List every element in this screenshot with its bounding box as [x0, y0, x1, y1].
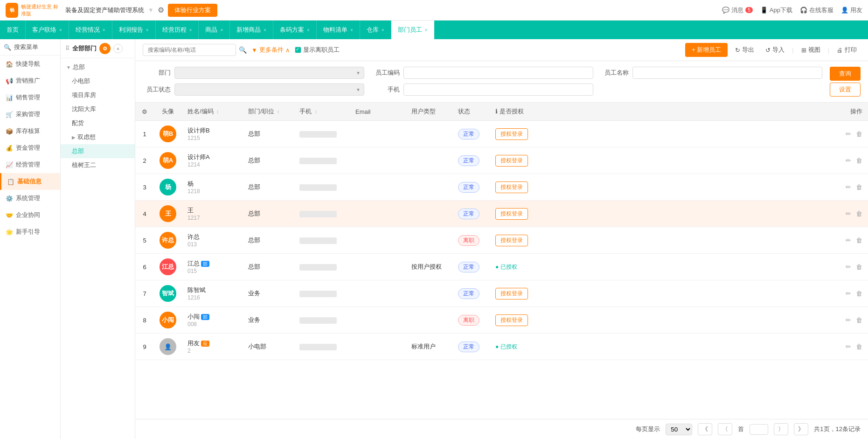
row-auth-cell[interactable]: 授权登录: [490, 227, 546, 254]
per-page-select[interactable]: 50 100: [666, 424, 692, 435]
row-dept-cell: 总部: [243, 121, 294, 147]
dept-settings-btn[interactable]: ⚙: [99, 43, 111, 54]
col-name-header[interactable]: 姓名/编码 ↕: [182, 103, 243, 121]
auth-login-btn[interactable]: 授权登录: [495, 288, 528, 300]
delete-btn[interactable]: 🗑: [856, 316, 862, 324]
sidebar-item-nav[interactable]: 🏠 快捷导航: [0, 56, 60, 72]
delete-btn[interactable]: 🗑: [856, 237, 862, 244]
edit-btn[interactable]: ✏: [846, 343, 851, 350]
col-settings[interactable]: ⚙: [135, 103, 154, 121]
delete-btn[interactable]: 🗑: [856, 183, 862, 191]
delete-btn[interactable]: 🗑: [856, 210, 862, 217]
view-btn[interactable]: ⊞ 视图: [798, 43, 824, 56]
sidebar-item-inventory[interactable]: 📦 库存核算: [0, 123, 60, 139]
sidebar-item-coop[interactable]: 🤝 企业协同: [0, 207, 60, 223]
dept-item-zswe[interactable]: 植树王二: [61, 158, 135, 172]
row-avatar-cell: 智斌: [154, 280, 182, 307]
tab-profit[interactable]: 利润报告 ×: [112, 21, 156, 39]
message-btn[interactable]: 💬 消息 5: [722, 6, 753, 14]
sidebar-item-system[interactable]: ⚙️ 系统管理: [0, 190, 60, 207]
tab-customer[interactable]: 客户联络 ×: [26, 21, 69, 39]
settings-icon[interactable]: ⚙: [158, 6, 164, 14]
tab-warehouse[interactable]: 仓库 ×: [360, 21, 391, 39]
app-download-btn[interactable]: 📱 App下载: [760, 6, 792, 14]
show-resigned-label[interactable]: 显示离职员工: [295, 46, 340, 54]
delete-btn[interactable]: 🗑: [856, 130, 862, 138]
first-page-btn[interactable]: 《: [698, 423, 712, 435]
sidebar-item-operation[interactable]: 📈 经营管理: [0, 156, 60, 173]
row-auth-cell[interactable]: 授权登录: [490, 147, 546, 174]
auth-login-btn[interactable]: 授权登录: [495, 155, 528, 167]
empname-input[interactable]: [632, 67, 822, 79]
sidebar-item-purchase[interactable]: 🛒 采购管理: [0, 106, 60, 123]
dept-item-xdbd[interactable]: 小电部: [61, 74, 135, 88]
tab-bom[interactable]: 物料清单 ×: [317, 21, 360, 39]
auth-login-btn[interactable]: 授权登录: [495, 235, 528, 246]
delete-btn[interactable]: 🗑: [856, 290, 862, 297]
tab-barcode[interactable]: 条码方案 ×: [273, 21, 317, 39]
edit-btn[interactable]: ✏: [846, 210, 851, 217]
row-auth-cell[interactable]: 授权登录: [490, 201, 546, 227]
print-btn[interactable]: 🖨 打印: [833, 43, 861, 56]
nav-icon: 🏠: [6, 61, 13, 68]
page-input[interactable]: 1: [750, 424, 768, 435]
tab-history[interactable]: 经营历程 ×: [156, 21, 199, 39]
tab-department[interactable]: 部门员工 ×: [391, 21, 435, 39]
auth-login-btn[interactable]: 授权登录: [495, 208, 528, 220]
row-auth-cell[interactable]: 授权登录: [490, 174, 546, 201]
sidebar-item-guide[interactable]: 🌟 新手引导: [0, 223, 60, 240]
tab-home[interactable]: 首页: [0, 21, 26, 39]
delete-btn[interactable]: 🗑: [856, 343, 862, 350]
tab-goods[interactable]: 商品 ×: [199, 21, 230, 39]
user-avatar[interactable]: 👤 用友: [841, 6, 862, 14]
tab-new-goods[interactable]: 新增商品 ×: [230, 21, 273, 39]
edit-btn[interactable]: ✏: [846, 130, 851, 138]
row-auth-cell[interactable]: 授权登录: [490, 121, 546, 147]
more-filter-btn[interactable]: ▼ 更多条件 ∧: [251, 46, 290, 54]
dept-select[interactable]: [174, 67, 364, 79]
query-button[interactable]: 查询: [830, 67, 861, 81]
row-auth-cell[interactable]: 授权登录: [490, 307, 546, 334]
row-auth-cell[interactable]: 授权登录: [490, 280, 546, 307]
set-button[interactable]: 设置: [830, 83, 861, 97]
delete-btn[interactable]: 🗑: [856, 263, 862, 271]
prev-page-btn[interactable]: 〈: [718, 423, 732, 435]
trial-button[interactable]: 体验行业方案: [168, 4, 217, 17]
auth-login-btn[interactable]: 授权登录: [495, 314, 528, 326]
next-page-btn[interactable]: 〉: [774, 423, 788, 435]
col-dept-header[interactable]: 部门/职位 ↕: [243, 103, 294, 121]
search-input[interactable]: [143, 44, 236, 56]
add-employee-btn[interactable]: + 新增员工: [685, 43, 728, 57]
edit-btn[interactable]: ✏: [846, 316, 851, 324]
search-button[interactable]: 🔍: [239, 46, 247, 54]
col-phone-header[interactable]: 手机 ↕: [294, 103, 350, 121]
delete-btn[interactable]: 🗑: [856, 157, 862, 164]
export-btn[interactable]: ↻ 导出: [731, 43, 758, 56]
empcode-input[interactable]: [403, 67, 593, 79]
edit-btn[interactable]: ✏: [846, 263, 851, 271]
dept-item-zb[interactable]: 总部: [61, 144, 135, 158]
empstatus-select[interactable]: [174, 84, 364, 96]
edit-btn[interactable]: ✏: [846, 237, 851, 244]
sidebar-item-basic[interactable]: 📋 基础信息: [0, 173, 60, 190]
dept-item-sydk[interactable]: 沈阳大库: [61, 102, 135, 116]
auth-login-btn[interactable]: 授权登录: [495, 128, 528, 140]
tab-operation-status[interactable]: 经营情况 ×: [69, 21, 112, 39]
online-service-btn[interactable]: 🎧 在线客服: [800, 6, 833, 14]
dept-item-ph[interactable]: 配货: [61, 116, 135, 130]
dept-item-slx[interactable]: ▶ 双虑想: [61, 130, 135, 144]
dept-item-xmkf[interactable]: 项目库房: [61, 88, 135, 102]
dept-item-hq-parent[interactable]: ▼ 总部: [61, 60, 135, 74]
sidebar-item-marketing[interactable]: 📢 营销推广: [0, 72, 60, 89]
auth-login-btn[interactable]: 授权登录: [495, 181, 528, 193]
collapse-btn[interactable]: «: [113, 44, 123, 53]
sidebar-item-sales[interactable]: 📊 销售管理: [0, 89, 60, 106]
edit-btn[interactable]: ✏: [846, 157, 851, 164]
phone-input[interactable]: [403, 84, 593, 96]
edit-btn[interactable]: ✏: [846, 290, 851, 297]
import-btn[interactable]: ↺ 导入: [762, 43, 788, 56]
edit-btn[interactable]: ✏: [846, 183, 851, 191]
last-page-btn[interactable]: 》: [794, 423, 808, 435]
show-resigned-checkbox[interactable]: [295, 47, 301, 53]
sidebar-item-finance[interactable]: 💰 资金管理: [0, 139, 60, 156]
